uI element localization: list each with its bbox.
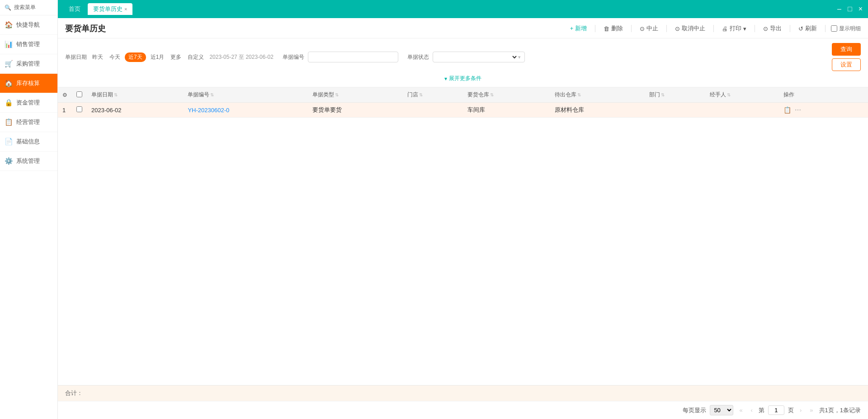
page-label-before: 第 (759, 406, 764, 414)
page-size-label: 每页显示 (683, 406, 706, 414)
doc-no-input[interactable] (308, 52, 398, 62)
col-doc-no[interactable]: 单据编号⇅ (183, 87, 308, 103)
toolbar-divider-5 (755, 25, 755, 32)
sidebar-item-inventory[interactable]: 🏠 库存核算 (0, 74, 57, 93)
sidebar-item-quick-nav[interactable]: 🏠 快捷导航 (0, 15, 57, 35)
table-body: 12023-06-02YH-20230602-0要货单要货车间库原材料仓库📋⋯ (58, 103, 868, 118)
date-btn-custom[interactable]: 自定义 (186, 53, 206, 62)
inventory-icon: 🏠 (5, 79, 13, 87)
new-button[interactable]: + 新增 (567, 23, 590, 34)
content-area: 要货单历史 + 新增 🗑 删除 ⊙ 中止 ⊙ 取消中止 (58, 18, 868, 419)
refresh-button[interactable]: ↺ 刷新 (796, 23, 820, 34)
window-close-button[interactable]: × (859, 5, 863, 13)
sidebar-item-basic-info[interactable]: 📄 基础信息 (0, 132, 57, 152)
col-handler[interactable]: 经手人⇅ (705, 87, 779, 103)
date-btn-today[interactable]: 今天 (108, 53, 122, 62)
date-btn-yesterday[interactable]: 昨天 (90, 53, 105, 62)
sidebar-item-label: 系统管理 (16, 157, 40, 165)
select-all-checkbox[interactable] (76, 91, 82, 97)
sidebar-item-purchase[interactable]: 🛒 采购管理 (0, 54, 57, 74)
operation-icon: 📋 (5, 118, 13, 126)
more-action-icon[interactable]: ⋯ (795, 106, 801, 114)
cell-store (403, 103, 463, 118)
sidebar-item-label: 经营管理 (16, 118, 40, 126)
col-doc-type[interactable]: 单据类型⇅ (308, 87, 403, 103)
stop-button[interactable]: ⊙ 中止 (637, 23, 661, 34)
row-checkbox[interactable] (76, 106, 82, 112)
prev-page-button[interactable]: ‹ (749, 406, 755, 414)
query-button[interactable]: 查询 (832, 43, 861, 56)
delete-icon: 🗑 (604, 25, 609, 32)
delete-button[interactable]: 🗑 删除 (601, 23, 626, 34)
cell-handler (705, 103, 779, 118)
doc-no-label: 单据编号 (283, 53, 304, 61)
footer-total-label: 合计： (65, 390, 83, 396)
toolbar-divider-6 (790, 25, 790, 32)
show-detail-toggle[interactable]: 显示明细 (831, 25, 861, 33)
sidebar-item-system[interactable]: ⚙️ 系统管理 (0, 152, 57, 171)
sidebar-item-label: 库存核算 (16, 79, 40, 87)
col-settings[interactable]: ⚙ (58, 87, 72, 103)
page-size-select[interactable]: 50 10 20 100 (710, 405, 733, 415)
expand-more[interactable]: ▾ 展开更多条件 (65, 75, 861, 82)
sidebar-item-sales[interactable]: 📊 销售管理 (0, 35, 57, 54)
sidebar-search[interactable]: 🔍 搜索菜单 (0, 0, 57, 15)
show-detail-checkbox[interactable] (831, 25, 837, 32)
tab-requisition-history[interactable]: 要货单历史 × (88, 3, 132, 15)
cell-doc-date: 2023-06-02 (87, 103, 183, 118)
col-pending-warehouse[interactable]: 待出仓库⇅ (550, 87, 645, 103)
cancel-stop-button[interactable]: ⊙ 取消中止 (672, 23, 708, 34)
status-filter: 单据状态 ▾ (407, 52, 525, 62)
expand-more-label: 展开更多条件 (449, 75, 481, 82)
refresh-label: 刷新 (805, 24, 817, 33)
basic-info-icon: 📄 (5, 138, 13, 146)
toolbar-divider-2 (631, 25, 632, 32)
status-select[interactable] (437, 53, 518, 61)
date-filter-label: 单据日期 (65, 53, 87, 61)
requisition-table: ⚙ 单据日期⇅ 单据编号⇅ 单据类型⇅ 门店⇅ (58, 87, 868, 118)
doc-no-link[interactable]: YH-20230602-0 (188, 107, 229, 114)
tab-home[interactable]: 首页 (63, 3, 86, 15)
show-detail-label: 显示明细 (839, 25, 861, 33)
cell-pending-warehouse: 原材料仓库 (550, 103, 645, 118)
toolbar-divider-4 (713, 25, 714, 32)
doc-no-filter: 单据编号 (283, 52, 398, 62)
setting-button[interactable]: 设置 (832, 58, 861, 71)
next-page-button[interactable]: › (797, 406, 804, 414)
date-range-text: 2023-05-27 至 2023-06-02 (209, 53, 273, 61)
home-icon: 🏠 (5, 21, 13, 29)
col-department[interactable]: 部门⇅ (645, 87, 705, 103)
toolbar: + 新增 🗑 删除 ⊙ 中止 ⊙ 取消中止 (567, 23, 861, 34)
last-page-button[interactable]: » (807, 406, 815, 414)
col-req-warehouse[interactable]: 要货仓库⇅ (463, 87, 550, 103)
first-page-button[interactable]: « (737, 406, 745, 414)
window-maximize-button[interactable]: □ (848, 5, 852, 13)
print-dropdown-icon[interactable]: ▾ (743, 25, 746, 32)
sidebar-item-finance[interactable]: 🔒 资金管理 (0, 93, 57, 113)
main-area: 首页 要货单历史 × – □ × 要货单历史 + 新增 🗑 (58, 0, 868, 419)
page-header: 要货单历史 + 新增 🗑 删除 ⊙ 中止 ⊙ 取消中止 (58, 18, 868, 38)
date-btn-1month[interactable]: 近1月 (149, 53, 166, 62)
export-button[interactable]: ⊙ 导出 (760, 23, 784, 34)
print-button[interactable]: 🖨 打印 ▾ (719, 23, 749, 34)
window-minimize-button[interactable]: – (837, 5, 841, 13)
table-header: ⚙ 单据日期⇅ 单据编号⇅ 单据类型⇅ 门店⇅ (58, 87, 868, 103)
pagination: 每页显示 50 10 20 100 « ‹ 第 页 › » 共1页，1条记录 (58, 401, 868, 419)
page-input[interactable] (768, 405, 784, 415)
date-btn-7days[interactable]: 近7天 (125, 52, 146, 62)
col-store[interactable]: 门店⇅ (403, 87, 463, 103)
tab-close-icon[interactable]: × (124, 6, 127, 12)
date-btn-more[interactable]: 更多 (169, 53, 183, 62)
tab-requisition-label: 要货单历史 (93, 5, 123, 13)
cell-doc-type: 要货单要货 (308, 103, 403, 118)
delete-button-label: 删除 (611, 24, 623, 33)
col-doc-date[interactable]: 单据日期⇅ (87, 87, 183, 103)
view-action-icon[interactable]: 📋 (783, 106, 791, 114)
col-action: 操作 (779, 87, 868, 103)
cell-action: 📋⋯ (779, 103, 868, 118)
total-info: 共1页，1条记录 (819, 406, 861, 414)
purchase-icon: 🛒 (5, 60, 13, 68)
sidebar-item-operation[interactable]: 📋 经营管理 (0, 113, 57, 132)
sidebar-item-label: 快捷导航 (16, 21, 40, 29)
status-select-wrap: ▾ (433, 52, 525, 62)
